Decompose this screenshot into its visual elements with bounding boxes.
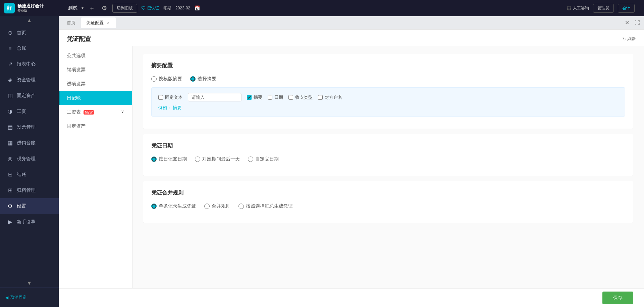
sidebar-item-sales-ledger[interactable]: ▦ 进销台账: [0, 135, 59, 151]
nav-item-journal[interactable]: 日记账: [59, 91, 132, 105]
tab-voucher-label: 凭证配置: [86, 20, 104, 26]
sidebar-item-archive[interactable]: ⊞ 归档管理: [0, 182, 59, 198]
nav-item-sales[interactable]: 销项发票: [59, 63, 132, 77]
add-button[interactable]: ＋: [88, 3, 96, 13]
radio-template-input[interactable]: [151, 76, 157, 82]
radio-aggregate-input[interactable]: [238, 204, 244, 209]
sidebar-bottom: ◀ 取消固定: [0, 288, 59, 307]
period-label: 账期: [163, 5, 171, 11]
checkbox-summary-input[interactable]: [247, 95, 252, 100]
checkbox-payment-type[interactable]: 收支类型: [288, 94, 313, 100]
sidebar-label-reports: 报表中心: [17, 61, 36, 67]
radio-journal-date[interactable]: 按日记账日期: [151, 156, 187, 162]
sidebar-label-tax: 税务管理: [17, 156, 36, 162]
support-button[interactable]: 🎧 人工咨询: [567, 5, 589, 11]
switch-version-button[interactable]: 切到旧版: [112, 4, 137, 13]
nav-item-purchase[interactable]: 进项发票: [59, 77, 132, 91]
radio-custom-date-input[interactable]: [248, 157, 253, 162]
scroll-down-arrow[interactable]: ▼: [0, 279, 59, 288]
summary-title: 摘要配置: [151, 62, 625, 69]
sidebar-item-invoice[interactable]: ▤ 发票管理: [0, 119, 59, 135]
checkbox-fixed-label: 固定文本: [165, 94, 182, 100]
close-icon[interactable]: ✕: [624, 18, 631, 27]
close-period-icon: ⊟: [7, 171, 13, 178]
sidebar-item-close[interactable]: ⊟ 结账: [0, 167, 59, 182]
nav-label-fixed: 固定资产: [67, 123, 86, 129]
logo-main: 畅捷通好会计: [17, 3, 44, 9]
refresh-icon: ↻: [622, 37, 626, 42]
nav-label-sales: 销项发票: [67, 67, 86, 72]
refresh-button[interactable]: ↻ 刷新: [622, 36, 636, 42]
refresh-label: 刷新: [627, 36, 636, 42]
sidebar-item-tax[interactable]: ◎ 税务管理: [0, 151, 59, 167]
checkbox-date-input[interactable]: [268, 95, 272, 100]
sidebar-item-assets[interactable]: ◫ 固定资产: [0, 88, 59, 103]
company-name[interactable]: 测试: [68, 5, 77, 11]
date-section: 凭证日期 按日记账日期 对应期间最后一天: [143, 134, 633, 176]
sales-ledger-icon: ▦: [7, 140, 13, 146]
radio-template-summary[interactable]: 按模版摘要: [151, 76, 182, 82]
right-content: 摘要配置 按模版摘要 选择摘要: [132, 46, 644, 288]
admin-button[interactable]: 管理员: [593, 4, 614, 13]
nav-item-payroll[interactable]: 工资表 NEW ∨: [59, 105, 132, 119]
fullscreen-icon[interactable]: ⛶: [633, 18, 641, 27]
radio-period-last-day-input[interactable]: [195, 157, 200, 162]
cancel-fixed-button[interactable]: ◀ 取消固定: [0, 291, 59, 304]
tab-home[interactable]: 首页: [61, 17, 81, 28]
checkbox-date[interactable]: 日期: [268, 94, 283, 100]
sidebar-item-ledger[interactable]: ≡ 总账: [0, 41, 59, 56]
content-area: 首页 凭证配置 × ✕ ⛶ 凭证配置 ↻ 刷新: [59, 16, 644, 307]
nav-item-public[interactable]: 公共选项: [59, 49, 132, 63]
checkbox-counterparty-input[interactable]: [318, 95, 323, 100]
example-prefix: 例如：: [158, 105, 171, 110]
checkbox-summary[interactable]: 摘要: [247, 94, 262, 100]
nav-item-fixed[interactable]: 固定资产: [59, 119, 132, 133]
radio-aggregate-label: 按照选择汇总生成凭证: [246, 203, 293, 209]
radio-single-record-input[interactable]: [151, 204, 157, 209]
radio-select-summary[interactable]: 选择摘要: [190, 76, 216, 82]
calendar-icon[interactable]: 📅: [194, 5, 200, 11]
period-value: 2023-02: [175, 6, 190, 10]
sidebar-item-payroll[interactable]: ◑ 工资: [0, 103, 59, 119]
radio-journal-date-input[interactable]: [151, 157, 157, 162]
tab-bar: 首页 凭证配置 × ✕ ⛶: [59, 16, 644, 30]
accountant-button[interactable]: 会计: [618, 4, 635, 13]
page-footer: 保存: [59, 288, 644, 307]
tax-icon: ◎: [7, 156, 13, 162]
logo-area: 好 畅捷通好会计 专业版: [4, 3, 63, 13]
radio-aggregate[interactable]: 按照选择汇总生成凭证: [238, 203, 293, 209]
summary-radio-group: 按模版摘要 选择摘要: [151, 76, 625, 82]
radio-merge-rules-input[interactable]: [204, 204, 210, 209]
chevron-down-icon[interactable]: ▾: [82, 6, 84, 10]
checkbox-fixed-input[interactable]: [158, 95, 163, 100]
top-header: 好 畅捷通好会计 专业版 测试 ▾ ＋ ⚙ 切到旧版 🛡 已认证 账期 2023…: [0, 0, 644, 16]
tab-close-icon[interactable]: ×: [106, 20, 111, 26]
sidebar-item-settings[interactable]: ⚙ 设置: [0, 198, 59, 214]
radio-custom-date[interactable]: 自定义日期: [248, 156, 279, 162]
nav-label-purchase: 进项发票: [67, 81, 86, 86]
settings-icon[interactable]: ⚙: [100, 3, 108, 13]
checkbox-counterparty[interactable]: 对方户名: [318, 94, 342, 100]
logo-sub: 专业版: [17, 9, 44, 13]
checkbox-payment-input[interactable]: [288, 95, 293, 100]
checkbox-fixed-text[interactable]: 固定文本: [158, 94, 182, 100]
sidebar-item-funds[interactable]: ◈ 资金管理: [0, 72, 59, 88]
nav-label-journal: 日记账: [67, 95, 81, 100]
headset-icon: 🎧: [567, 6, 572, 10]
sidebar-label-home: 首页: [17, 30, 26, 36]
radio-single-record[interactable]: 单条记录生成凭证: [151, 203, 196, 209]
radio-select-input[interactable]: [190, 76, 196, 82]
scroll-up-arrow[interactable]: ▲: [0, 16, 59, 25]
fixed-text-input[interactable]: [188, 93, 241, 101]
sidebar-label-ledger: 总账: [17, 45, 26, 51]
save-button[interactable]: 保存: [602, 292, 633, 304]
tab-voucher-config[interactable]: 凭证配置 ×: [81, 17, 116, 28]
radio-period-last-day[interactable]: 对应期间最后一天: [195, 156, 240, 162]
radio-template-label: 按模版摘要: [159, 76, 182, 82]
sidebar-item-home[interactable]: ⊙ 首页: [0, 25, 59, 41]
radio-single-record-label: 单条记录生成凭证: [159, 203, 196, 209]
sidebar-item-reports[interactable]: ↗ 报表中心: [0, 56, 59, 72]
radio-merge-rules[interactable]: 合并规则: [204, 203, 230, 209]
sidebar-label-close: 结账: [17, 172, 26, 178]
sidebar-item-guide[interactable]: ▶ 新手引导: [0, 214, 59, 230]
